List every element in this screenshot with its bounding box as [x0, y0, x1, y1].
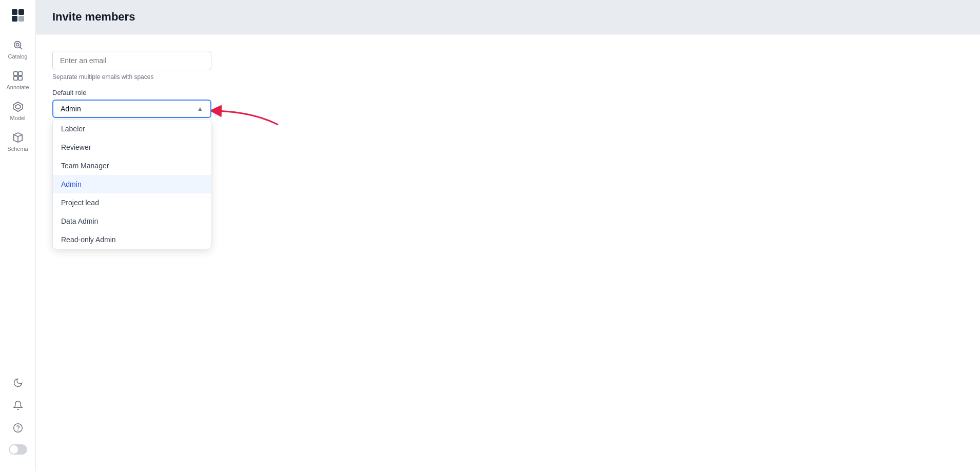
sidebar-nav: Catalog Annotate Model — [0, 35, 35, 372]
sidebar-item-model[interactable]: Model — [0, 96, 35, 125]
sidebar-item-catalog-label: Catalog — [8, 53, 28, 60]
sidebar-item-catalog[interactable]: Catalog — [0, 35, 35, 64]
option-labeler[interactable]: Labeler — [53, 120, 211, 138]
svg-rect-10 — [18, 76, 22, 80]
page-header: Invite members — [36, 0, 980, 34]
svg-rect-0 — [12, 9, 17, 15]
sidebar-item-model-label: Model — [10, 115, 26, 121]
role-label: Default role — [52, 89, 964, 96]
option-data-admin[interactable]: Data Admin — [53, 212, 211, 230]
moon-icon — [12, 377, 24, 389]
role-dropdown-menu: Labeler Reviewer Team Manager Admin Proj… — [52, 119, 211, 249]
sidebar-item-annotate-label: Annotate — [6, 84, 29, 90]
schema-icon — [12, 131, 24, 144]
svg-marker-11 — [13, 102, 22, 111]
chevron-up-icon: ▲ — [197, 105, 203, 112]
sidebar-item-schema-label: Schema — [7, 146, 28, 152]
role-dropdown-wrapper: Admin ▲ Labeler Reviewer Team Manager Ad… — [52, 100, 211, 118]
option-readonly-admin[interactable]: Read-only Admin — [53, 230, 211, 249]
sidebar-item-help[interactable] — [0, 418, 35, 438]
option-project-lead[interactable]: Project lead — [53, 193, 211, 212]
role-dropdown-trigger[interactable]: Admin ▲ — [52, 100, 211, 118]
main-area: Invite members Separate multiple emails … — [36, 0, 980, 471]
svg-point-13 — [13, 424, 22, 433]
option-admin[interactable]: Admin — [53, 175, 211, 193]
sidebar-bottom — [0, 372, 35, 465]
svg-rect-2 — [12, 16, 17, 22]
option-reviewer[interactable]: Reviewer — [53, 138, 211, 156]
sidebar-item-annotate[interactable]: Annotate — [0, 66, 35, 94]
svg-rect-3 — [18, 16, 24, 22]
svg-point-4 — [14, 42, 21, 48]
page-content: Separate multiple emails with spaces Def… — [36, 34, 980, 471]
sidebar-item-schema[interactable]: Schema — [0, 127, 35, 156]
svg-rect-9 — [13, 76, 17, 80]
annotate-icon — [12, 70, 24, 82]
email-input[interactable] — [52, 51, 211, 70]
model-icon — [12, 101, 24, 113]
svg-rect-7 — [13, 72, 17, 75]
sidebar-item-notifications[interactable] — [0, 395, 35, 416]
svg-line-6 — [19, 47, 22, 50]
catalog-icon — [12, 39, 24, 51]
selected-role-label: Admin — [61, 105, 81, 113]
role-dropdown-container: Admin ▲ Labeler Reviewer Team Manager Ad… — [52, 100, 211, 118]
svg-marker-12 — [15, 104, 20, 109]
svg-rect-8 — [18, 72, 22, 75]
sidebar-item-dark-mode[interactable] — [0, 372, 35, 393]
bell-icon — [12, 399, 24, 411]
sidebar: Catalog Annotate Model — [0, 0, 36, 471]
svg-point-5 — [16, 43, 18, 46]
option-team-manager[interactable]: Team Manager — [53, 156, 211, 175]
svg-rect-1 — [18, 9, 24, 15]
help-icon — [12, 422, 24, 434]
app-logo[interactable] — [9, 6, 27, 25]
page-title: Invite members — [52, 10, 964, 24]
annotation-arrow — [211, 96, 283, 127]
theme-toggle[interactable] — [9, 444, 27, 455]
email-hint: Separate multiple emails with spaces — [52, 73, 964, 81]
